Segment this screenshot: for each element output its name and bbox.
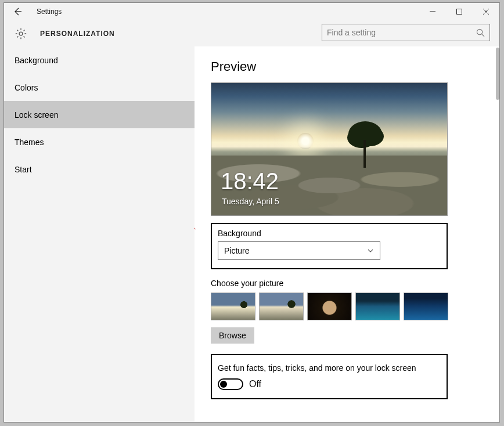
picture-thumbnails <box>211 293 483 320</box>
close-icon <box>483 9 489 15</box>
svg-point-1 <box>19 32 23 35</box>
gear-icon <box>15 27 27 40</box>
sidebar-item-lock-screen[interactable]: Lock screen <box>4 101 195 128</box>
content-pane: Select Picture or Slideshow here. Switch… <box>195 46 499 422</box>
lockscreen-preview: 18:42 Tuesday, April 5 <box>211 82 448 216</box>
maximize-button[interactable] <box>446 3 473 20</box>
search-icon <box>476 28 485 37</box>
preview-heading: Preview <box>211 59 483 74</box>
arrow-icon <box>195 190 206 237</box>
preview-date: Tuesday, April 5 <box>222 197 279 206</box>
search-box[interactable] <box>322 24 490 41</box>
body: Background Colors Lock screen Themes Sta… <box>4 46 499 422</box>
minimize-icon <box>430 9 435 15</box>
maximize-icon <box>456 9 462 15</box>
picture-thumb[interactable] <box>355 293 400 320</box>
window-controls <box>419 3 499 20</box>
titlebar: Settings <box>4 3 499 20</box>
tree-graphic <box>346 118 381 168</box>
background-value: Picture <box>224 246 250 255</box>
arrow-icon <box>195 303 206 373</box>
choose-picture-label: Choose your picture <box>211 279 483 288</box>
background-label: Background <box>218 229 441 238</box>
svg-rect-0 <box>457 9 462 15</box>
window-title: Settings <box>37 8 62 16</box>
sun-graphic <box>297 133 314 149</box>
toggle-knob <box>220 381 227 388</box>
arrow-left-icon <box>13 7 22 16</box>
header: PERSONALIZATION <box>4 20 499 46</box>
picture-thumb[interactable] <box>259 293 304 320</box>
scrollbar-thumb[interactable] <box>496 48 499 100</box>
picture-thumb[interactable] <box>211 293 255 320</box>
fun-facts-label: Get fun facts, tips, tricks, and more on… <box>218 363 441 373</box>
sidebar-item-colors[interactable]: Colors <box>4 74 195 101</box>
back-button[interactable] <box>4 3 31 20</box>
background-group: Background Picture <box>211 223 448 269</box>
fun-facts-toggle[interactable] <box>218 378 243 390</box>
background-dropdown[interactable]: Picture <box>218 241 380 260</box>
sidebar-item-start[interactable]: Start <box>4 156 195 183</box>
chevron-down-icon <box>367 247 374 254</box>
sidebar: Background Colors Lock screen Themes Sta… <box>4 46 195 422</box>
toggle-row: Off <box>218 378 441 390</box>
sidebar-item-background[interactable]: Background <box>4 46 195 74</box>
page-title: PERSONALIZATION <box>40 30 115 38</box>
close-button[interactable] <box>473 3 499 20</box>
picture-thumb[interactable] <box>404 293 448 320</box>
browse-button[interactable]: Browse <box>211 327 254 344</box>
fun-facts-group: Get fun facts, tips, tricks, and more on… <box>211 354 448 399</box>
preview-clock: 18:42 <box>221 168 279 194</box>
search-input[interactable] <box>327 28 476 37</box>
picture-thumb[interactable] <box>307 293 352 320</box>
svg-point-2 <box>477 29 482 34</box>
toggle-state: Off <box>249 379 261 389</box>
settings-window: Settings PERSONALIZATION <box>3 2 500 423</box>
sidebar-item-themes[interactable]: Themes <box>4 128 195 156</box>
minimize-button[interactable] <box>419 3 446 20</box>
